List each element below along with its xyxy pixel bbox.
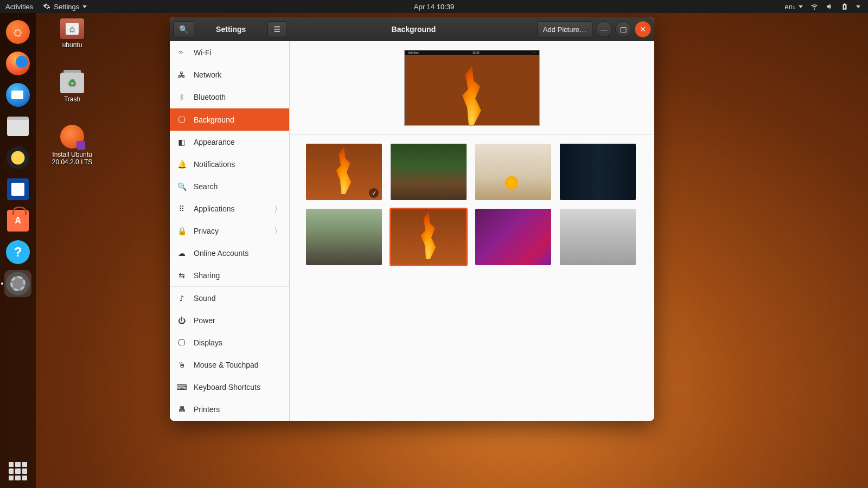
chevron-down-icon	[82, 5, 87, 8]
sidebar-item-label: Displays	[194, 338, 222, 347]
wallpaper-art	[456, 66, 488, 125]
hamburger-menu-button[interactable]: ☰	[267, 21, 286, 37]
settings-sidebar: ᯤWi-Fi 🖧Network ᛒBluetooth 🖵Background ◧…	[170, 41, 290, 421]
window-minimize-button[interactable]: —	[596, 21, 612, 37]
chevron-down-icon	[799, 5, 803, 8]
sidebar-item-online-accounts[interactable]: ☁Online Accounts	[170, 242, 289, 264]
close-icon: ✕	[640, 25, 646, 33]
wallpaper-grid	[290, 135, 654, 274]
grid-icon: ⠿	[177, 204, 186, 213]
monitor-icon: 🖵	[177, 115, 186, 124]
app-menu[interactable]: Settings	[43, 3, 87, 11]
sidebar-item-sound[interactable]: ♪Sound	[170, 287, 289, 309]
dock-ubiquity-icon[interactable]: ◌	[4, 18, 31, 46]
add-picture-button[interactable]: Add Picture…	[537, 21, 592, 37]
sidebar-item-label: Search	[194, 182, 218, 191]
current-background-preview[interactable]: Activities 10:39 ◦◦◦	[404, 50, 540, 126]
sidebar-item-label: Bluetooth	[194, 93, 226, 101]
folder-home-icon	[60, 18, 84, 39]
sidebar-item-network[interactable]: 🖧Network	[170, 63, 289, 86]
wallpaper-item[interactable]	[475, 144, 551, 200]
dock-thunderbird-icon[interactable]	[4, 81, 31, 108]
battery-icon[interactable]	[841, 3, 848, 10]
wallpaper-item[interactable]	[391, 144, 467, 200]
installer-icon	[60, 125, 84, 149]
sidebar-item-label: Notifications	[194, 160, 235, 169]
desktop-trash[interactable]: Trash	[48, 73, 97, 103]
mouse-icon: 🖱	[177, 361, 186, 369]
bell-icon: 🔔	[177, 160, 186, 169]
panel-title: Background	[293, 25, 534, 34]
keyboard-icon: ⌨	[177, 383, 186, 391]
show-applications-button[interactable]	[9, 462, 27, 480]
desktop-install-ubuntu[interactable]: Install Ubuntu 20.04.2.0 LTS	[44, 125, 100, 166]
trash-icon	[60, 73, 84, 93]
sidebar-item-mouse[interactable]: 🖱Mouse & Touchpad	[170, 354, 289, 376]
sidebar-item-label: Mouse & Touchpad	[194, 361, 259, 369]
sidebar-item-bluetooth[interactable]: ᛒBluetooth	[170, 86, 289, 108]
wallpaper-item[interactable]	[560, 144, 636, 200]
wallpaper-item[interactable]	[391, 209, 467, 265]
network-icon: 🖧	[177, 70, 186, 79]
sidebar-item-sharing[interactable]: ⇆Sharing	[170, 264, 289, 286]
dock-settings-icon[interactable]	[4, 270, 31, 297]
sidebar-item-printers[interactable]: 🖶Printers	[170, 398, 289, 420]
preview-activities-label: Activities	[408, 51, 419, 54]
sidebar-item-search[interactable]: 🔍Search	[170, 175, 289, 197]
sidebar-item-power[interactable]: ⏻Power	[170, 309, 289, 331]
gnome-topbar: Activities Settings Apr 14 10:39 en₁	[0, 0, 868, 13]
input-source-switcher[interactable]: en₁	[785, 3, 803, 11]
sidebar-item-keyboard[interactable]: ⌨Keyboard Shortcuts	[170, 376, 289, 398]
cloud-icon: ☁	[177, 249, 186, 258]
system-menu-chevron-icon[interactable]	[856, 5, 860, 8]
sidebar-item-applications[interactable]: ⠿Applications〉	[170, 197, 289, 220]
display-icon: 🖵	[177, 338, 186, 347]
window-close-button[interactable]: ✕	[635, 21, 651, 37]
sidebar-title: Settings	[196, 25, 265, 34]
power-icon: ⏻	[177, 316, 186, 325]
chevron-right-icon: 〉	[274, 205, 282, 213]
bluetooth-icon: ᛒ	[177, 93, 186, 101]
background-panel: Activities 10:39 ◦◦◦	[290, 41, 654, 421]
sidebar-item-label: Network	[194, 70, 221, 79]
preview-clock-label: 10:39	[473, 51, 480, 54]
chevron-right-icon: 〉	[274, 227, 282, 235]
dock-rhythmbox-icon[interactable]	[4, 144, 31, 171]
wallpaper-item[interactable]	[560, 209, 636, 265]
dock-files-icon[interactable]	[4, 113, 31, 140]
sidebar-item-label: Background	[194, 115, 234, 124]
sidebar-item-label: Sound	[194, 294, 215, 303]
gnome-settings-window: 🔍 Settings ☰ Background Add Picture… — ▢…	[170, 17, 654, 421]
desktop-home-folder[interactable]: ubuntu	[48, 18, 97, 49]
sidebar-item-displays[interactable]: 🖵Displays	[170, 331, 289, 354]
dock-libreoffice-writer-icon[interactable]	[4, 176, 31, 203]
sidebar-item-label: Keyboard Shortcuts	[194, 383, 260, 391]
sidebar-item-wifi[interactable]: ᯤWi-Fi	[170, 41, 289, 63]
dock-firefox-icon[interactable]	[4, 50, 31, 77]
sidebar-item-label: Printers	[194, 405, 220, 414]
wallpaper-item[interactable]	[475, 209, 551, 265]
wallpaper-item[interactable]	[306, 144, 382, 200]
settings-icon	[43, 3, 50, 10]
window-maximize-button[interactable]: ▢	[615, 21, 631, 37]
dock-software-center-icon[interactable]	[4, 207, 31, 234]
sidebar-item-background[interactable]: 🖵Background	[170, 108, 289, 131]
minimize-icon: —	[600, 25, 608, 33]
sidebar-item-label: Applications	[194, 204, 235, 213]
network-icon[interactable]	[810, 3, 818, 10]
volume-icon[interactable]	[826, 3, 833, 10]
wallpaper-item[interactable]	[306, 209, 382, 265]
search-button[interactable]: 🔍	[173, 21, 194, 37]
wifi-icon: ᯤ	[177, 48, 186, 57]
dock-help-icon[interactable]: ?	[4, 239, 31, 266]
share-icon: ⇆	[177, 271, 186, 280]
desktop-icon-label: ubuntu	[48, 41, 97, 49]
input-source-label: en₁	[785, 3, 795, 11]
preview-indicators: ◦◦◦	[533, 51, 536, 54]
sidebar-item-privacy[interactable]: 🔒Privacy〉	[170, 220, 289, 242]
sidebar-item-notifications[interactable]: 🔔Notifications	[170, 153, 289, 175]
clock[interactable]: Apr 14 10:39	[414, 3, 454, 11]
dash-dock: ◌ ?	[0, 13, 36, 488]
sidebar-item-appearance[interactable]: ◧Appearance	[170, 131, 289, 153]
activities-button[interactable]: Activities	[5, 3, 33, 11]
